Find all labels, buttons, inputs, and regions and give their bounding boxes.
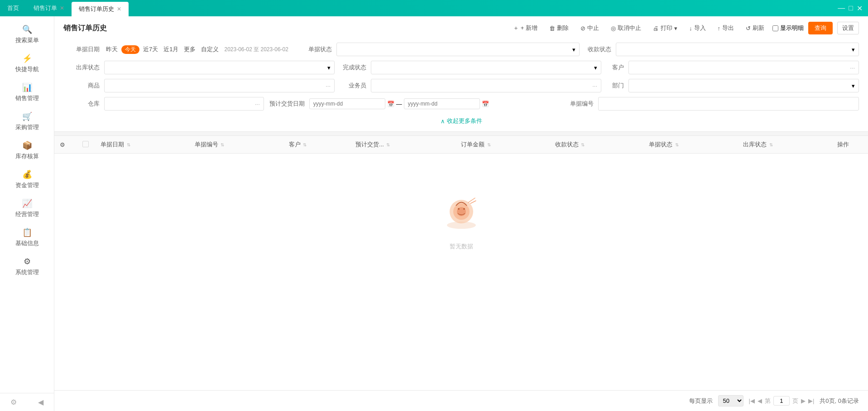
date-control: 昨天 今天 近7天 近1月 更多 自定义 2023-06-02 至 2023-0… — [104, 44, 300, 54]
order-status-arrow: ▾ — [572, 46, 575, 53]
th-order-status[interactable]: 单据状态 ⇅ — [643, 136, 738, 154]
salesperson-ellipsis[interactable]: ··· — [592, 82, 597, 89]
calendar-to-icon[interactable]: 📅 — [482, 101, 489, 107]
collapse-sidebar-icon[interactable]: ◀ — [38, 398, 43, 406]
pay-status-select[interactable]: ▾ — [616, 43, 859, 56]
th-date[interactable]: 单据日期 ⇅ — [95, 136, 189, 154]
export-button[interactable]: ↑ 导出 — [714, 22, 738, 34]
sort-delivery-icon: ⇅ — [386, 142, 390, 147]
tab-销售订单历史[interactable]: 销售订单历史✕ — [72, 2, 129, 16]
warehouse-ellipsis[interactable]: ··· — [255, 101, 260, 107]
dept-label: 部门 — [601, 82, 628, 90]
sort-customer-icon: ⇅ — [303, 142, 307, 147]
minimize-icon[interactable]: — — [838, 4, 845, 12]
tab-销售订单[interactable]: 销售订单✕ — [26, 0, 72, 16]
sidebar-item-经营管理[interactable]: 📈 经营管理 — [0, 194, 54, 223]
th-order-no[interactable]: 单据编号 ⇅ — [189, 136, 283, 154]
empty-text: 暂无数据 — [450, 242, 473, 251]
date-opt-custom[interactable]: 自定义 — [199, 44, 221, 54]
sidebar-icon: 💰 — [22, 169, 32, 179]
per-page-select[interactable]: 50 100 200 — [718, 395, 743, 406]
sidebar-icon: 🔍 — [22, 24, 32, 34]
delivery-date-to[interactable] — [404, 98, 480, 109]
refresh-button[interactable]: ↺ 刷新 — [742, 22, 768, 34]
settings-button[interactable]: 设置 — [837, 22, 859, 34]
order-no-input[interactable] — [598, 97, 859, 111]
print-arrow-icon: ▾ — [674, 25, 677, 32]
sidebar-item-采购管理[interactable]: 🛒 采购管理 — [0, 107, 54, 136]
customer-ellipsis[interactable]: ··· — [850, 64, 855, 71]
filter-area: 单据日期 昨天 今天 近7天 近1月 更多 自定义 2023-06-02 至 2… — [54, 38, 868, 132]
detail-checkbox[interactable] — [772, 25, 778, 31]
new-button[interactable]: ＋ + 新增 — [509, 22, 541, 34]
sidebar-item-库存核算[interactable]: 📦 库存核算 — [0, 136, 54, 165]
print-icon: 🖨 — [653, 25, 659, 32]
empty-state: 暂无数据 — [54, 154, 868, 287]
prev-page-icon[interactable]: ◀ — [758, 397, 762, 404]
date-opt-7days[interactable]: 近7天 — [141, 44, 160, 54]
complete-status-label: 完成状态 — [335, 63, 371, 72]
collapse-button[interactable]: ∧ 收起更多条件 — [63, 115, 859, 127]
page-input[interactable] — [773, 396, 790, 406]
salesperson-input[interactable]: ··· — [371, 79, 601, 92]
display-detail-toggle[interactable]: 显示明细 — [772, 24, 804, 32]
sidebar-icon: 🛒 — [22, 111, 32, 121]
cancel-stop-button[interactable]: ◎ 取消中止 — [607, 22, 645, 34]
close-window-icon[interactable]: ✕ — [857, 4, 863, 13]
th-delivery[interactable]: 预计交货... ⇅ — [350, 136, 456, 154]
last-page-icon[interactable]: ▶| — [808, 397, 814, 404]
date-opt-more[interactable]: 更多 — [182, 44, 197, 54]
product-ellipsis[interactable]: ··· — [326, 82, 331, 89]
tab-list: 首页销售订单✕销售订单历史✕ — [0, 0, 832, 16]
pagination: |◀ ◀ 第 页 ▶ ▶| — [749, 396, 815, 406]
close-tab-icon[interactable]: ✕ — [117, 6, 121, 12]
query-button[interactable]: 查询 — [808, 22, 833, 34]
product-input[interactable]: ··· — [104, 79, 335, 92]
date-opt-1month[interactable]: 近1月 — [162, 44, 180, 54]
maximize-icon[interactable]: □ — [849, 4, 853, 12]
sidebar-item-快捷导航[interactable]: ⚡ 快捷导航 — [0, 49, 54, 78]
date-opt-yesterday[interactable]: 昨天 — [104, 44, 120, 54]
sidebar-item-系统管理[interactable]: ⚙ 系统管理 — [0, 252, 54, 281]
th-checkbox[interactable] — [77, 136, 95, 154]
th-settings[interactable]: ⚙ — [54, 136, 77, 154]
sidebar-item-资金管理[interactable]: 💰 资金管理 — [0, 165, 54, 194]
total-info: 共0页, 0条记录 — [820, 397, 859, 405]
import-button[interactable]: ↓ 导入 — [686, 22, 710, 34]
out-status-select[interactable]: ▾ — [104, 61, 335, 74]
calendar-from-icon[interactable]: 📅 — [387, 101, 394, 107]
page-header: 销售订单历史 ＋ + 新增 🗑 删除 ⊘ 中止 ◎ 取消中止 — [54, 16, 868, 38]
th-out-status[interactable]: 出库状态 ⇅ — [738, 136, 832, 154]
filter-row-1: 单据日期 昨天 今天 近7天 近1月 更多 自定义 2023-06-02 至 2… — [63, 43, 859, 56]
sidebar-item-搜索菜单[interactable]: 🔍 搜索菜单 — [0, 20, 54, 49]
sidebar-label: 经营管理 — [15, 210, 39, 218]
date-opt-today[interactable]: 今天 — [121, 45, 139, 54]
close-tab-icon[interactable]: ✕ — [60, 5, 64, 11]
th-amount[interactable]: 订单金额 ⇅ — [456, 136, 550, 154]
th-customer[interactable]: 客户 ⇅ — [283, 136, 350, 154]
delivery-date-from[interactable] — [309, 98, 385, 109]
warehouse-input[interactable]: ··· — [104, 97, 264, 111]
customer-input[interactable]: ··· — [628, 61, 859, 74]
sidebar-item-销售管理[interactable]: 📊 销售管理 — [0, 78, 54, 107]
th-pay-status[interactable]: 收款状态 ⇅ — [550, 136, 644, 154]
out-status-label: 出库状态 — [63, 63, 104, 72]
complete-status-select[interactable]: ▾ — [371, 61, 601, 74]
dept-select[interactable]: ▾ — [628, 79, 859, 92]
order-status-select[interactable]: ▾ — [336, 43, 580, 56]
delete-button[interactable]: 🗑 删除 — [546, 22, 572, 34]
print-button[interactable]: 🖨 打印 ▾ — [649, 22, 681, 34]
next-page-icon[interactable]: ▶ — [801, 397, 806, 404]
settings-bottom-icon[interactable]: ⚙ — [10, 398, 17, 406]
sidebar-item-基础信息[interactable]: 📋 基础信息 — [0, 223, 54, 252]
sidebar: 🔍 搜索菜单 ⚡ 快捷导航 📊 销售管理 🛒 采购管理 📦 库存核算 💰 资金管… — [0, 16, 54, 411]
tab-首页[interactable]: 首页 — [0, 0, 26, 16]
sidebar-label: 快捷导航 — [15, 65, 39, 73]
select-all-checkbox[interactable] — [82, 141, 89, 147]
page-unit: 页 — [792, 397, 798, 405]
pay-status-arrow: ▾ — [852, 46, 855, 53]
filter-row-2: 出库状态 ▾ 完成状态 ▾ 客户 ··· — [63, 61, 859, 74]
first-page-icon[interactable]: |◀ — [749, 397, 755, 404]
toolbar: ＋ + 新增 🗑 删除 ⊘ 中止 ◎ 取消中止 🖨 打印 — [509, 22, 859, 34]
stop-button[interactable]: ⊘ 中止 — [577, 22, 603, 34]
